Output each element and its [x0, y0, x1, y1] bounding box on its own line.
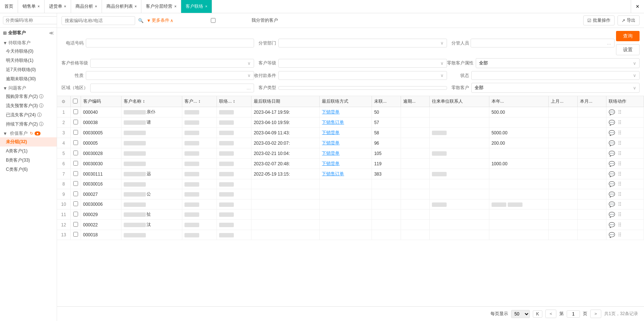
contact-type-link[interactable]: 下销货单 [322, 161, 339, 166]
chat-icon[interactable]: 💬 [609, 201, 615, 207]
last-contact-method[interactable]: 下销售订单 [320, 169, 372, 179]
all-customers-title[interactable]: ⊞ 全部客户 ≪ [0, 28, 57, 38]
export-button[interactable]: ↗ 导出 [617, 15, 640, 25]
tab-home[interactable]: 首页 [0, 0, 18, 13]
chat-icon[interactable]: 💬 [609, 151, 615, 156]
menu-icon[interactable]: ⠿ [618, 212, 622, 218]
col-overdue-header[interactable]: 逾期... [401, 96, 429, 107]
menu-icon[interactable]: ⠿ [618, 232, 622, 238]
tab-product-analysis[interactable]: 商品分析 × [71, 0, 102, 13]
menu-icon[interactable]: ⠿ [618, 120, 622, 126]
close-product-analysis-icon[interactable]: × [95, 4, 97, 8]
chat-icon[interactable]: 💬 [609, 222, 615, 228]
sidebar-item-churn-warning[interactable]: 流失预警客户(3) ⓘ [0, 101, 57, 110]
group-pending-contact-title[interactable]: ▼ 待联络客户 [0, 38, 57, 47]
retail-attr-select[interactable]: 全部 ∨ [476, 58, 640, 68]
more-conditions-button[interactable]: ▼ 更多条件 ∧ [147, 17, 173, 24]
chat-icon[interactable]: 💬 [609, 171, 615, 177]
row-checkbox[interactable] [73, 140, 78, 145]
sidebar-item-ungrouped[interactable]: 未分组(32) [0, 137, 57, 147]
menu-icon[interactable]: ⠿ [618, 181, 622, 187]
col-contact-header[interactable]: 联络... ↕ [217, 96, 251, 107]
menu-icon[interactable]: ⠿ [618, 171, 622, 177]
col-last-contact-date-header[interactable]: 最后联络日期 [251, 96, 320, 107]
col-this-year-header[interactable]: 本年... [489, 96, 549, 107]
my-customers-checkbox[interactable] [176, 18, 250, 23]
refresh-icon[interactable]: ↻ [30, 131, 33, 136]
row-checkbox[interactable] [73, 201, 78, 206]
contact-type-link[interactable]: 下销货单 [322, 140, 339, 145]
menu-icon[interactable]: ⠿ [618, 151, 622, 156]
per-page-select[interactable]: 50 20 100 [511, 310, 530, 318]
contact-type-link[interactable]: 下销货单 [322, 130, 339, 135]
last-contact-method[interactable]: 下销货单 [320, 159, 372, 169]
last-contact-method[interactable]: 下销货单 [320, 128, 372, 138]
sidebar-item-class-c[interactable]: C类客户(6) [0, 165, 57, 174]
col-uncontacted-header[interactable]: 未联... [372, 96, 401, 107]
last-contact-method[interactable]: 下销货单 [320, 107, 372, 117]
sidebar-item-tomorrow[interactable]: 明天待联络(1) [0, 56, 57, 65]
row-checkbox[interactable] [73, 151, 78, 155]
col-code-header[interactable]: 客户编码 [81, 96, 122, 107]
chat-icon[interactable]: 💬 [609, 130, 615, 136]
region-select[interactable]: … [90, 84, 254, 92]
row-checkbox[interactable] [73, 181, 78, 186]
sidebar-item-declining[interactable]: 持续下滑客户(2) ⓘ [0, 120, 57, 129]
batch-ops-button[interactable]: ☑ 批量操作 [583, 15, 615, 25]
row-checkbox[interactable] [73, 130, 78, 135]
tab-product-analysis-list[interactable]: 商品分析列表 × [102, 0, 142, 13]
price-level-select[interactable]: ∨ [90, 59, 254, 68]
col-last-contact-method-header[interactable]: 最后联络方式 [320, 96, 372, 107]
last-contact-method[interactable]: 下销货单 [320, 148, 372, 159]
sidebar-item-hoarding-abnormal[interactable]: 囤购异常客户(2) ⓘ [0, 92, 57, 101]
sidebar-item-today[interactable]: 今天待联络(0) [0, 47, 57, 56]
gender-select[interactable]: ∨ [86, 71, 254, 80]
close-customer-segment-icon[interactable]: × [174, 4, 176, 8]
close-product-analysis-list-icon[interactable]: × [135, 4, 137, 8]
sidebar-item-churned[interactable]: 已流失客户(24) ⓘ [0, 110, 57, 120]
row-checkbox[interactable] [73, 212, 78, 216]
last-contact-method[interactable] [320, 179, 372, 189]
status-select[interactable]: ∨ [471, 71, 640, 80]
last-contact-method[interactable] [320, 209, 372, 220]
menu-icon[interactable]: ⠿ [618, 109, 622, 115]
menu-icon[interactable]: ⠿ [618, 161, 622, 167]
col-last-month-header[interactable]: 上月... [549, 96, 577, 107]
customer-type-select[interactable] [278, 86, 447, 90]
chat-icon[interactable]: 💬 [609, 212, 615, 218]
row-checkbox[interactable] [73, 222, 78, 227]
payment-select[interactable]: ∨ [278, 71, 447, 80]
last-contact-method[interactable] [320, 189, 372, 200]
query-button[interactable]: 查询 [616, 31, 640, 41]
row-checkbox[interactable] [73, 109, 78, 114]
menu-icon[interactable]: ⠿ [618, 130, 622, 136]
my-customers-checkbox-label[interactable]: 我分管的客户 [176, 17, 278, 24]
dept-select[interactable]: ∨ [278, 39, 447, 47]
close-purchase-icon[interactable]: × [64, 4, 66, 8]
col-this-month-header[interactable]: 本月... [577, 96, 606, 107]
manager-select[interactable]: … [471, 39, 615, 47]
contact-type-link[interactable]: 下销货单 [322, 109, 339, 114]
customer-level-select[interactable]: ∨ [278, 59, 447, 68]
tab-purchase[interactable]: 进货单 × [45, 0, 71, 13]
prev-page-button[interactable]: ＜ [545, 310, 556, 318]
last-contact-method[interactable] [320, 200, 372, 209]
phone-input[interactable] [86, 39, 254, 47]
sidebar-item-overdue[interactable]: 逾期未联络(30) [0, 74, 57, 84]
chat-icon[interactable]: 💬 [609, 181, 615, 187]
menu-icon[interactable]: ⠿ [618, 201, 622, 207]
row-checkbox[interactable] [73, 232, 78, 237]
contact-type-link[interactable]: 下销售订单 [322, 171, 344, 176]
first-page-button[interactable]: K [533, 310, 542, 318]
sidebar-item-class-a[interactable]: A类客户(1) [0, 147, 57, 156]
col-name-header[interactable]: 客户名称 ↕ [122, 96, 182, 107]
close-sales-icon[interactable]: × [38, 4, 40, 8]
last-contact-method[interactable]: 下销货单 [320, 138, 372, 148]
chat-icon[interactable]: 💬 [609, 109, 615, 115]
group-problem-title[interactable]: ▼ 问题客户 [0, 84, 57, 92]
last-contact-method[interactable] [320, 220, 372, 230]
search-input[interactable] [61, 16, 135, 25]
row-checkbox[interactable] [73, 120, 78, 124]
page-number-input[interactable] [567, 310, 580, 318]
close-all-button[interactable]: × [631, 0, 644, 13]
